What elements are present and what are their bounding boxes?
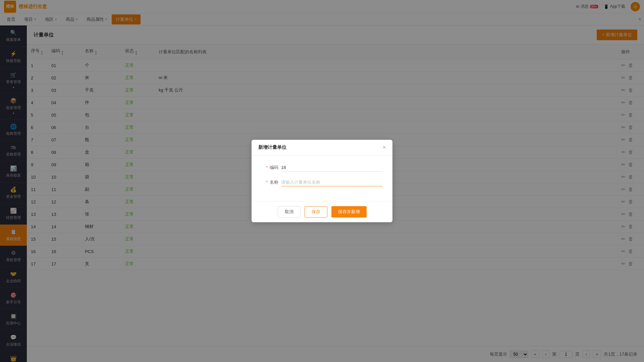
modal-header: 新增计量单位 × xyxy=(252,140,392,156)
modal-body: * 编码 * 名称 xyxy=(252,156,392,201)
form-row-code: * 编码 xyxy=(262,164,382,172)
modal-footer: 取消 保存 保存并新增 xyxy=(252,201,392,222)
save-button[interactable]: 保存 xyxy=(305,206,327,218)
required-star-name: * xyxy=(266,180,268,185)
add-unit-modal: 新增计量单位 × * 编码 * 名称 取消 保存 保存并新增 xyxy=(252,140,392,222)
form-row-name: * 名称 xyxy=(262,178,382,186)
code-label-text: 编码 xyxy=(270,165,278,170)
name-input[interactable] xyxy=(281,178,382,186)
code-input[interactable] xyxy=(281,164,382,172)
modal-overlay: 新增计量单位 × * 编码 * 名称 取消 保存 保存并新增 xyxy=(0,0,644,362)
modal-close-button[interactable]: × xyxy=(383,144,386,150)
modal-title: 新增计量单位 xyxy=(258,144,286,150)
cancel-button[interactable]: 取消 xyxy=(278,206,301,218)
required-star-code: * xyxy=(266,165,268,170)
save-and-new-button[interactable]: 保存并新增 xyxy=(331,206,367,218)
code-label: * 编码 xyxy=(262,165,278,171)
name-label-text: 名称 xyxy=(270,180,278,185)
name-label: * 名称 xyxy=(262,179,278,185)
